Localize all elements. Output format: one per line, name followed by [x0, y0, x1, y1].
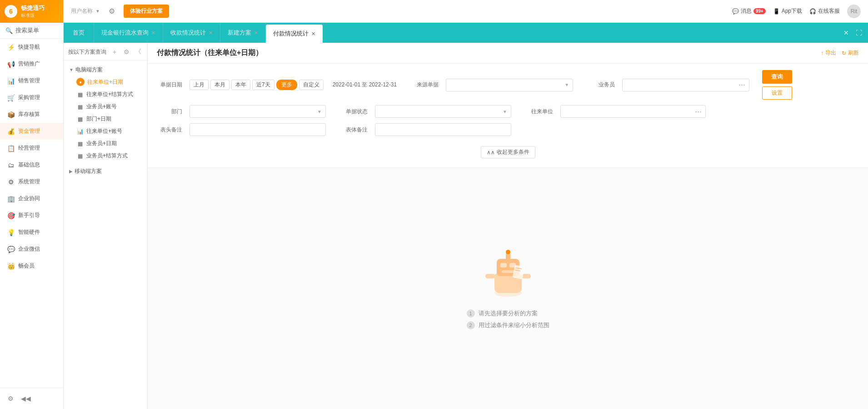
- body-note-input[interactable]: [375, 123, 511, 136]
- sidebar-settings-btn[interactable]: ⚙: [4, 392, 17, 405]
- search-icon: 🔍: [5, 27, 13, 34]
- sidebar-item-purchase[interactable]: 🛒 采购管理: [0, 89, 63, 106]
- mobile-group-title[interactable]: ▶ 移动端方案: [64, 166, 147, 177]
- nav-label-member: 畅会员: [18, 262, 35, 270]
- header-note-input[interactable]: [190, 123, 326, 136]
- sidebar-item-basic-info[interactable]: 🗂 基础信息: [0, 157, 63, 173]
- tab-bank-flow[interactable]: 现金银行流水查询 ✕: [94, 23, 163, 43]
- notification-item[interactable]: 💬 消息 99+: [732, 7, 766, 15]
- top-header: 用户名称 ▼ ⚙ 体验行业方案 💬 消息 99+ 📱 App下载 🎧 在线客服 …: [64, 0, 868, 23]
- app-download-item[interactable]: 📱 App下载: [773, 7, 802, 15]
- refresh-btn[interactable]: ↻ 刷新: [842, 49, 859, 57]
- salesman-select[interactable]: ···: [622, 79, 749, 91]
- tab-new-scheme-close[interactable]: ✕: [254, 30, 258, 36]
- doc-status-select[interactable]: ▼: [375, 105, 511, 118]
- collapse-btn[interactable]: ∧∧ 收起更多条件: [481, 146, 535, 158]
- main-content: 用户名称 ▼ ⚙ 体验行业方案 💬 消息 99+ 📱 App下载 🎧 在线客服 …: [64, 0, 868, 409]
- notification-label: 消息: [741, 7, 752, 15]
- tab-home[interactable]: 首页: [64, 23, 94, 43]
- sidebar-header: 6 畅捷通巧 标准版: [0, 0, 63, 23]
- tab-bank-flow-close[interactable]: ✕: [151, 30, 155, 36]
- sidebar-item-marketing[interactable]: 📢 营销推广: [0, 56, 63, 72]
- trial-btn[interactable]: 体验行业方案: [124, 5, 169, 18]
- query-btn[interactable]: 查询: [762, 70, 792, 84]
- tip-num-2: 2: [467, 321, 475, 329]
- sidebar-item-finance[interactable]: 💰 资金管理: [0, 123, 63, 140]
- sidebar-nav: ⚡ 快捷导航 📢 营销推广 📊 销售管理 🛒 采购管理 📦 库存核算 💰 资金管…: [0, 39, 63, 388]
- scheme-item-dept-date[interactable]: ▦ 部门+日期: [64, 113, 147, 125]
- sidebar-item-enterprise[interactable]: 🏢 企业协同: [0, 190, 63, 207]
- message-icon: 💬: [732, 8, 739, 15]
- header-avatar[interactable]: Rit: [847, 5, 861, 18]
- sidebar-item-sys-mgmt[interactable]: ⚙ 系统管理: [0, 173, 63, 190]
- source-select[interactable]: ▼: [446, 79, 573, 91]
- filter-row-1: 单据日期 上月 本月 本年 近7天 更多 自定义 2022-01-01 至 20…: [157, 70, 859, 100]
- tab-new-scheme-label: 新建方案: [228, 29, 251, 37]
- scheme-item-partner-account[interactable]: 📊 往来单位+账号: [64, 125, 147, 137]
- tab-receivable-close[interactable]: ✕: [209, 30, 213, 36]
- left-panel-settings-btn[interactable]: ⚙: [122, 47, 131, 56]
- sidebar-item-operations[interactable]: 📋 经营管理: [0, 140, 63, 157]
- tab-expand-btn[interactable]: ⛶: [853, 27, 864, 38]
- sidebar-collapse-btn[interactable]: ◀◀: [19, 392, 33, 405]
- left-panel-add-btn[interactable]: +: [110, 47, 119, 56]
- nav-icon-operations: 📋: [7, 145, 15, 152]
- date-btn-this-month[interactable]: 本月: [210, 80, 229, 90]
- tab-bar-spacer: [323, 23, 837, 43]
- data-area: 1 请先选择要分析的方案 2 用过滤条件来缩小分析范围: [148, 168, 868, 409]
- date-btn-last-month[interactable]: 上月: [190, 80, 209, 90]
- scheme-item-partner-settle[interactable]: ▦ 往来单位+结算方式: [64, 88, 147, 101]
- sidebar-search[interactable]: 🔍 搜索菜单: [0, 23, 63, 39]
- date-btn-7days[interactable]: 近7天: [252, 80, 274, 90]
- scheme-item-salesman-date[interactable]: ▦ 业务员+日期: [64, 137, 147, 150]
- empty-illustration: [481, 247, 535, 302]
- svg-point-4: [506, 250, 510, 254]
- sidebar-item-guide[interactable]: 🎯 新手引导: [0, 207, 63, 224]
- tab-new-scheme[interactable]: 新建方案 ✕: [220, 23, 266, 43]
- dept-select[interactable]: ▼: [190, 105, 326, 118]
- refresh-icon: ↻: [842, 50, 846, 56]
- sidebar-item-quick-nav[interactable]: ⚡ 快捷导航: [0, 39, 63, 56]
- export-label: 导出: [825, 49, 836, 57]
- online-service-item[interactable]: 🎧 在线客服: [809, 7, 840, 15]
- export-btn[interactable]: ↑ 导出: [821, 49, 836, 57]
- collapse-bar: ∧∧ 收起更多条件: [157, 141, 859, 161]
- scheme-icon-salesman-settle: ▦: [76, 152, 84, 160]
- scheme-item-salesman-settle[interactable]: ▦ 业务员+结算方式: [64, 150, 147, 162]
- date-btn-this-year[interactable]: 本年: [231, 80, 250, 90]
- mobile-scheme-group: ▶ 移动端方案: [64, 166, 147, 177]
- nav-icon-marketing: 📢: [7, 61, 15, 68]
- page-header: 付款情况统计（往来单位+日期） ↑ 导出 ↻ 刷新: [148, 43, 868, 64]
- left-panel-collapse-btn[interactable]: 《: [134, 47, 143, 56]
- desktop-group-title[interactable]: ▼ 电脑端方案: [64, 64, 147, 76]
- tab-home-label: 首页: [73, 29, 85, 37]
- scheme-item-partner-date[interactable]: ● 往来单位+日期: [64, 76, 147, 88]
- header-dropdown-icon[interactable]: ▼: [95, 9, 100, 14]
- tab-payment-stat[interactable]: 付款情况统计 ✕: [266, 25, 323, 43]
- collapse-label: 收起更多条件: [497, 148, 529, 156]
- tab-close-all-btn[interactable]: ✕: [841, 27, 852, 38]
- sidebar-item-weixin[interactable]: 💬 企业微信: [0, 241, 63, 258]
- sidebar-item-smart-hw[interactable]: 💡 智能硬件: [0, 224, 63, 241]
- sidebar-item-sales[interactable]: 📊 销售管理: [0, 72, 63, 89]
- refresh-label: 刷新: [848, 49, 859, 57]
- date-btn-custom[interactable]: 自定义: [299, 80, 324, 90]
- scheme-item-salesman-account[interactable]: ▦ 业务员+账号: [64, 101, 147, 113]
- scheme-label-partner-account: 往来单位+账号: [86, 127, 122, 135]
- partner-dots[interactable]: ···: [695, 107, 702, 116]
- nav-label-finance: 资金管理: [18, 127, 40, 135]
- partner-select[interactable]: ···: [560, 105, 706, 118]
- tab-bank-flow-label: 现金银行流水查询: [101, 29, 149, 37]
- sidebar-item-member[interactable]: 👑 畅会员: [0, 258, 63, 274]
- salesman-dots[interactable]: ···: [738, 80, 745, 90]
- tab-payment-stat-close[interactable]: ✕: [311, 31, 315, 37]
- sidebar-subtitle: 标准版: [21, 12, 45, 19]
- tab-receivable[interactable]: 收款情况统计 ✕: [163, 23, 220, 43]
- sidebar-item-inventory[interactable]: 📦 库存核算: [0, 106, 63, 123]
- date-btn-more[interactable]: 更多: [276, 80, 297, 90]
- header-note-label: 表头备注: [157, 126, 182, 134]
- nav-label-sales: 销售管理: [18, 77, 40, 85]
- header-settings-btn[interactable]: ⚙: [105, 5, 118, 18]
- nav-icon-quick: ⚡: [7, 44, 15, 51]
- filter-settings-btn[interactable]: 设置: [762, 86, 792, 100]
